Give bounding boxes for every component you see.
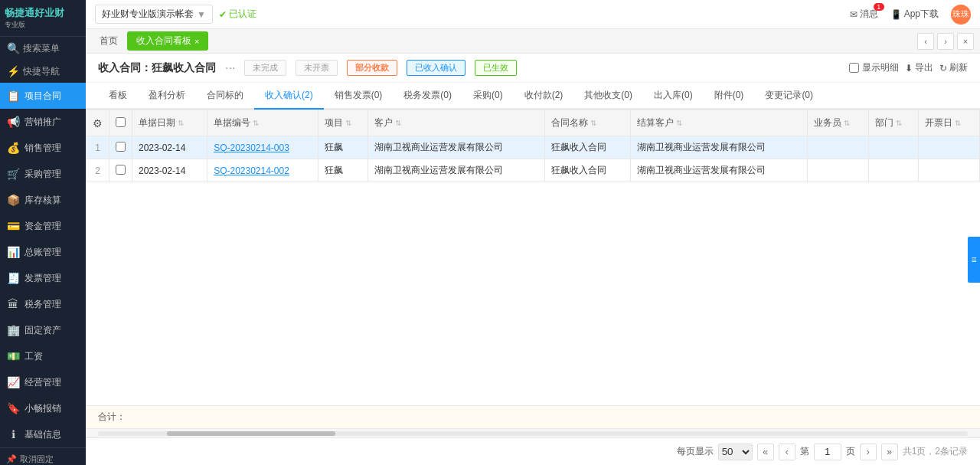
horizontal-scrollbar[interactable]: [86, 428, 980, 437]
table-row: 1 2023-02-14 SQ-20230214-003 狂飙 湖南卫视商业运营…: [87, 136, 980, 159]
message-button[interactable]: ✉ 1 消息: [850, 8, 878, 21]
col-header-dept[interactable]: 部门: [869, 110, 919, 136]
sidebar-item-inventory[interactable]: 📦 库存核算: [0, 187, 86, 213]
row-checkbox-2[interactable]: [109, 159, 132, 182]
data-table-area: ⚙ 单据日期 单据编号 项目 客户 合同名称 结算客户 业务员: [86, 110, 980, 405]
row-date-2: 2023-02-14: [132, 159, 207, 182]
total-label: 合计：: [98, 411, 126, 424]
tab-revenue-confirm[interactable]: 收入确认(2): [254, 83, 324, 110]
select-all-checkbox[interactable]: [116, 117, 126, 127]
col-header-date[interactable]: 单据日期: [132, 110, 207, 136]
show-detail-checkbox-area[interactable]: 显示明细: [849, 61, 899, 74]
sidebar-item-funds[interactable]: 💳 资金管理: [0, 213, 86, 239]
col-header-settlement[interactable]: 结算客户: [630, 110, 808, 136]
next-page-button[interactable]: ›: [860, 444, 877, 460]
assets-icon: 🏢: [6, 323, 20, 337]
sidebar-item-sales-label: 销售管理: [24, 142, 61, 155]
sidebar-item-mgmt[interactable]: 📈 经营管理: [0, 369, 86, 395]
sidebar-item-invoice[interactable]: 🧾 发票管理: [0, 265, 86, 291]
tab-attachment[interactable]: 附件(0): [704, 83, 755, 110]
export-button[interactable]: ⬇ 导出: [905, 61, 933, 74]
sidebar-item-project-label: 项目合同: [24, 90, 61, 103]
page-unit: 页: [846, 445, 855, 458]
tab-kanban[interactable]: 看板: [98, 83, 138, 110]
settings-col-header: ⚙: [87, 110, 109, 136]
content-panel: 收入合同：狂飙收入合同 ··· 未完成 未开票 部分收款 已收入确认 已生效: [86, 54, 980, 465]
tab-subject[interactable]: 合同标的: [196, 83, 254, 110]
sidebar-item-assets[interactable]: 🏢 固定资产: [0, 317, 86, 343]
sidebar-item-marketing[interactable]: 📢 营销推广: [0, 109, 86, 135]
col-header-billno[interactable]: 单据编号: [207, 110, 318, 136]
tab-prev-button[interactable]: ‹: [917, 33, 934, 50]
sidebar: 畅捷通好业财 专业版 🔍 搜索菜单 ⚡ 快捷导航 📋 项目合同 📢 营销推广 💰…: [0, 0, 86, 465]
topbar: 好业财专业版演示帐套 ▼ ✔ 已认证 ✉ 1 消息 📱 App下载 珠珠: [86, 0, 980, 29]
tab-warehouse[interactable]: 出入库(0): [643, 83, 704, 110]
row-num-2: 2: [87, 159, 109, 182]
sidebar-item-expense-label: 小畅报销: [24, 402, 61, 415]
row-billno-1[interactable]: SQ-20230214-003: [207, 136, 318, 159]
sidebar-item-ledger[interactable]: 📊 总账管理: [0, 239, 86, 265]
salary-icon: 💵: [6, 349, 20, 363]
contract-more-button[interactable]: ···: [225, 61, 235, 75]
tab-profit[interactable]: 盈利分析: [138, 83, 196, 110]
total-pages-info: 共1页，2条记录: [903, 445, 968, 458]
refresh-button[interactable]: ↻ 刷新: [939, 61, 968, 74]
tab-payment[interactable]: 收付款(2): [514, 83, 574, 110]
tab-close-all-button[interactable]: ×: [957, 33, 974, 50]
first-page-button[interactable]: «: [757, 444, 774, 460]
sidebar-item-salary-label: 工资: [24, 350, 43, 363]
tab-purchase[interactable]: 采购(0): [462, 83, 514, 110]
scrollbar-thumb[interactable]: [167, 431, 335, 436]
logo-sub: 专业版: [5, 20, 81, 30]
tab-other-income[interactable]: 其他收支(0): [573, 83, 643, 110]
sidebar-pin-toggle[interactable]: 📌 取消固定: [0, 448, 86, 465]
company-selector[interactable]: 好业财专业版演示帐套 ▼: [95, 5, 213, 24]
app-download-button[interactable]: 📱 App下载: [890, 8, 939, 21]
sidebar-item-project[interactable]: 📋 项目合同: [0, 83, 86, 109]
per-page-select[interactable]: 50 20 100: [718, 444, 753, 460]
row-settlement-2: 湖南卫视商业运营发展有限公司: [630, 159, 808, 182]
tab-next-button[interactable]: ›: [937, 33, 954, 50]
sidebar-search[interactable]: 🔍 搜索菜单: [0, 37, 86, 60]
show-detail-checkbox[interactable]: [849, 63, 859, 73]
tab-change-log[interactable]: 变更记录(0): [754, 83, 824, 110]
row-checkbox-1[interactable]: [109, 136, 132, 159]
sidebar-item-salary[interactable]: 💵 工资: [0, 343, 86, 369]
row-contract-2: 狂飙收入合同: [545, 159, 630, 182]
marketing-icon: 📢: [6, 115, 20, 129]
right-float-panel-button[interactable]: ≡: [968, 237, 980, 283]
table-header-row: ⚙ 单据日期 单据编号 项目 客户 合同名称 结算客户 业务员: [87, 110, 980, 136]
col-header-invoice-date[interactable]: 开票日: [919, 110, 980, 136]
sidebar-quicknav[interactable]: ⚡ 快捷导航: [0, 60, 86, 83]
page-number-input[interactable]: [814, 444, 841, 460]
row-invoicedate-1: [919, 136, 980, 159]
col-header-salesman[interactable]: 业务员: [808, 110, 869, 136]
column-settings-button[interactable]: ⚙: [93, 117, 103, 129]
tab-close-button[interactable]: ×: [194, 37, 199, 46]
status-partcollect[interactable]: 部分收款: [347, 60, 397, 76]
col-header-contract[interactable]: 合同名称: [545, 110, 630, 136]
status-incomplete[interactable]: 未完成: [244, 60, 286, 76]
status-noinvoice[interactable]: 未开票: [296, 60, 338, 76]
active-tab-label: 收入合同看板: [136, 34, 191, 47]
last-page-button[interactable]: »: [881, 444, 898, 460]
tab-tax-invoice[interactable]: 税务发票(0): [393, 83, 462, 110]
active-tab[interactable]: 收入合同看板 ×: [127, 31, 208, 51]
col-header-customer[interactable]: 客户: [368, 110, 545, 136]
contract-header: 收入合同：狂飙收入合同 ··· 未完成 未开票 部分收款 已收入确认 已生效: [86, 54, 980, 83]
col-header-project[interactable]: 项目: [318, 110, 368, 136]
tab-sales-invoice[interactable]: 销售发票(0): [324, 83, 394, 110]
sidebar-item-sales[interactable]: 💰 销售管理: [0, 135, 86, 161]
row-customer-2: 湖南卫视商业运营发展有限公司: [368, 159, 545, 182]
prev-page-button[interactable]: ‹: [779, 444, 795, 460]
message-badge: 1: [874, 3, 884, 11]
sidebar-item-expense[interactable]: 🔖 小畅报销: [0, 395, 86, 421]
sidebar-item-basic[interactable]: ℹ 基础信息: [0, 421, 86, 447]
row-billno-2[interactable]: SQ-20230214-002: [207, 159, 318, 182]
sidebar-item-tax[interactable]: 🏛 税务管理: [0, 291, 86, 317]
status-effective[interactable]: 已生效: [475, 60, 517, 76]
home-tab[interactable]: 首页: [92, 31, 126, 51]
status-confirmed[interactable]: 已收入确认: [407, 60, 466, 76]
sidebar-item-purchase[interactable]: 🛒 采购管理: [0, 161, 86, 187]
user-avatar-button[interactable]: 珠珠: [951, 5, 971, 25]
